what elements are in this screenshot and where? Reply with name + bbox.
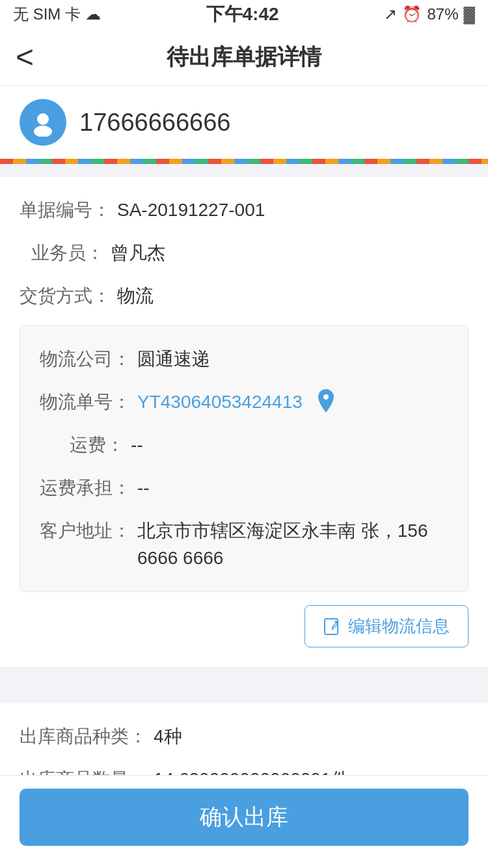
edit-button-row: 编辑物流信息: [20, 605, 468, 647]
delivery-row: 交货方式： 物流: [20, 282, 468, 310]
freight-label: 运费：: [40, 431, 131, 459]
logistics-company-value: 圆通速递: [137, 346, 448, 373]
delivery-label: 交货方式：: [20, 282, 117, 310]
logistics-box: 物流公司： 圆通速递 物流单号： YT43064053424413 运费： --…: [20, 325, 468, 592]
edit-icon: [323, 617, 342, 636]
edit-logistics-button[interactable]: 编辑物流信息: [305, 605, 468, 647]
location-pin-icon: [313, 389, 339, 415]
customer-phone: 17666666666: [79, 109, 230, 137]
freight-bear-label: 运费承担：: [40, 474, 137, 502]
salesperson-row: 业务员： 曾凡杰: [20, 239, 468, 267]
customer-header: 17666666666: [0, 86, 488, 159]
delivery-value: 物流: [117, 282, 468, 310]
document-number-label: 单据编号：: [20, 197, 117, 224]
status-right: ↗ ⏰ 87% ▓: [384, 5, 475, 23]
location-icon: ↗: [384, 5, 397, 23]
freight-value: --: [131, 431, 448, 459]
document-number-value: SA-20191227-001: [117, 197, 468, 224]
tracking-number-value: YT43064053424413: [137, 388, 303, 416]
freight-row: 运费： --: [40, 431, 448, 459]
svg-point-1: [34, 126, 52, 137]
freight-bear-value: --: [137, 474, 448, 502]
back-button[interactable]: <: [16, 39, 34, 75]
sim-status: 无 SIM 卡 ☁: [13, 4, 101, 25]
goods-types-value: 4种: [154, 723, 468, 750]
back-icon: <: [16, 39, 34, 75]
basic-info-section: 单据编号： SA-20191227-001 业务员： 曾凡杰 交货方式： 物流 …: [0, 177, 488, 667]
svg-point-0: [37, 113, 49, 125]
page-title: 待出库单据详情: [167, 42, 321, 72]
address-value: 北京市市辖区海淀区永丰南 张，156 6666 6666: [137, 517, 448, 572]
nav-bar: < 待出库单据详情: [0, 29, 488, 86]
bottom-area: 确认出库: [0, 775, 488, 868]
confirm-button-label: 确认出库: [200, 802, 288, 832]
status-bar: 无 SIM 卡 ☁ 下午4:42 ↗ ⏰ 87% ▓: [0, 0, 488, 29]
content-area: 17666666666 单据编号： SA-20191227-001 业务员： 曾…: [0, 86, 488, 868]
salesperson-value: 曾凡杰: [111, 239, 468, 267]
address-row: 客户地址： 北京市市辖区海淀区永丰南 张，156 6666 6666: [40, 517, 448, 572]
tracking-number-row: 物流单号： YT43064053424413: [40, 388, 448, 416]
battery-icon: ▓: [463, 5, 475, 23]
salesperson-label: 业务员：: [20, 239, 111, 267]
document-number-row: 单据编号： SA-20191227-001: [20, 197, 468, 224]
edit-logistics-label: 编辑物流信息: [348, 615, 450, 638]
avatar: [20, 99, 66, 146]
rainbow-divider: [0, 159, 488, 164]
freight-bear-row: 运费承担： --: [40, 474, 448, 502]
address-label: 客户地址：: [40, 517, 137, 545]
tracking-number-label: 物流单号：: [40, 388, 137, 416]
logistics-company-row: 物流公司： 圆通速递: [40, 346, 448, 373]
status-left: 无 SIM 卡 ☁: [13, 4, 101, 25]
confirm-button[interactable]: 确认出库: [20, 789, 468, 846]
section-divider: [0, 680, 488, 690]
goods-types-label: 出库商品种类：: [20, 723, 154, 750]
battery-text: 87%: [427, 5, 458, 23]
goods-types-row: 出库商品种类： 4种: [20, 723, 468, 750]
alarm-icon: ⏰: [402, 5, 422, 23]
tracking-value-row: YT43064053424413: [137, 388, 339, 416]
status-time: 下午4:42: [206, 2, 279, 27]
logistics-company-label: 物流公司：: [40, 346, 137, 373]
